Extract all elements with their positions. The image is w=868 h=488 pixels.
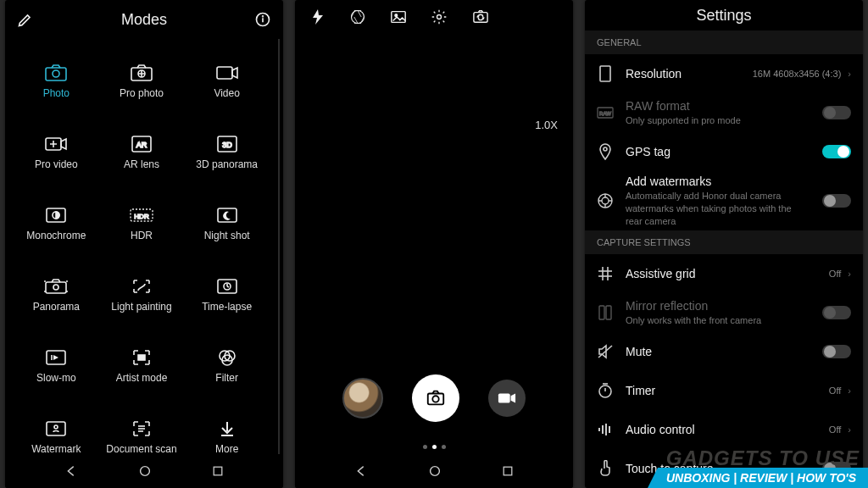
video-mode-button[interactable] <box>488 380 526 417</box>
mode-label: AR lens <box>124 158 159 170</box>
nav-recent-icon[interactable] <box>501 464 515 478</box>
watermark-title: GADGETS TO USE <box>648 449 868 468</box>
mode-time-lapse[interactable]: Time-lapse <box>184 259 270 330</box>
settings-title: Settings <box>597 7 851 25</box>
camera-viewfinder[interactable]: 1.0X <box>295 34 573 356</box>
mode-label: 3D panorama <box>196 158 258 170</box>
mode-label: Filter <box>215 372 238 384</box>
switch-camera-icon[interactable] <box>471 9 490 25</box>
edit-icon[interactable] <box>17 11 34 28</box>
nav-recent-icon[interactable] <box>211 464 225 478</box>
mode-artist-mode[interactable]: Artist mode <box>99 330 185 402</box>
resolution-icon <box>597 64 614 84</box>
watermark-toggle[interactable] <box>822 194 851 208</box>
svg-marker-48 <box>313 9 323 25</box>
svg-line-72 <box>598 346 612 358</box>
svg-rect-76 <box>598 428 600 431</box>
svg-marker-33 <box>53 355 58 360</box>
mode-3d-panorama[interactable]: 3D 3D panorama <box>184 117 270 188</box>
mode-monochrome[interactable]: Monochrome <box>14 188 99 259</box>
svg-point-65 <box>602 197 609 204</box>
zoom-level[interactable]: 1.0X <box>535 119 558 131</box>
grid-icon <box>597 266 614 281</box>
nav-home-icon[interactable] <box>427 463 442 479</box>
row-audio[interactable]: Audio control Off› <box>585 410 863 449</box>
mode-label: Pro photo <box>120 87 164 99</box>
mode-watermark[interactable]: Watermark <box>14 402 99 454</box>
svg-point-4 <box>53 70 59 77</box>
mode-label: Document scan <box>106 443 176 454</box>
svg-rect-59 <box>504 467 512 475</box>
svg-rect-47 <box>214 467 222 475</box>
row-resolution[interactable]: Resolution 16M 4608x3456 (4:3)› <box>585 54 863 93</box>
nav-back-icon[interactable] <box>353 463 369 479</box>
row-grid[interactable]: Assistive grid Off› <box>585 254 863 293</box>
svg-point-55 <box>432 396 438 402</box>
gps-toggle[interactable] <box>822 145 851 158</box>
chevron-right-icon: › <box>848 269 851 279</box>
info-icon[interactable] <box>254 11 271 28</box>
svg-point-52 <box>437 15 442 19</box>
mode-video[interactable]: Video <box>184 46 270 117</box>
row-timer[interactable]: Timer Off› <box>585 371 863 410</box>
page-indicator <box>295 439 573 454</box>
row-watermarks[interactable]: Add watermarksAutomatically add Honor du… <box>585 171 863 230</box>
mode-panorama[interactable]: Panorama <box>14 259 99 330</box>
mode-label: Pro video <box>35 158 78 170</box>
svg-point-49 <box>352 11 364 24</box>
grid-value: Off <box>829 269 841 279</box>
mute-toggle[interactable] <box>822 345 851 358</box>
nav-home-icon[interactable] <box>137 463 153 479</box>
mode-label: Light painting <box>111 301 171 313</box>
svg-rect-22 <box>46 282 66 293</box>
watermark-icon <box>597 192 614 209</box>
mute-icon <box>597 344 614 359</box>
mode-label: Artist mode <box>116 372 168 384</box>
svg-rect-79 <box>609 426 610 433</box>
mode-night-shot[interactable]: Night shot <box>184 188 270 259</box>
aperture-icon[interactable] <box>349 8 366 25</box>
svg-rect-56 <box>498 394 510 403</box>
audio-icon <box>597 423 614 436</box>
mode-label: Photo <box>43 87 70 99</box>
watermark-bar: UNBOXING | REVIEW | HOW TO'S <box>648 468 868 488</box>
mode-label: Monochrome <box>26 230 86 241</box>
svg-text:HDR: HDR <box>134 213 149 220</box>
mode-label: Night shot <box>204 230 250 241</box>
shutter-button[interactable] <box>412 374 459 422</box>
timer-icon <box>597 383 614 398</box>
photo-icon[interactable] <box>390 9 407 25</box>
mirror-toggle <box>822 306 851 319</box>
svg-point-40 <box>54 425 58 429</box>
mode-slow-mo[interactable]: Slow-mo <box>14 330 99 402</box>
gear-icon[interactable] <box>431 8 448 25</box>
mode-pro-photo[interactable]: Pro photo <box>99 46 185 117</box>
svg-rect-60 <box>600 66 610 81</box>
svg-point-46 <box>141 467 150 476</box>
svg-point-2 <box>263 16 264 17</box>
mode-photo[interactable]: Photo <box>14 46 99 117</box>
modes-title: Modes <box>34 11 254 29</box>
mode-label: HDR <box>131 230 153 241</box>
raw-toggle <box>822 106 851 119</box>
nav-back-icon[interactable] <box>64 463 79 479</box>
mode-filter[interactable]: Filter <box>184 330 270 402</box>
flash-icon[interactable] <box>310 8 326 25</box>
row-gps[interactable]: GPS tag <box>585 132 863 171</box>
modes-screen: Modes Photo Pro photo Video <box>5 0 283 488</box>
mode-hdr[interactable]: HDR HDR <box>99 188 185 259</box>
touch-icon <box>597 460 614 477</box>
svg-rect-70 <box>599 306 604 319</box>
gallery-thumbnail[interactable] <box>342 378 383 419</box>
row-mute[interactable]: Mute <box>585 332 863 371</box>
mode-document-scan[interactable]: Document scan <box>99 402 185 454</box>
mode-pro-video[interactable]: Pro video <box>14 117 99 188</box>
mode-more[interactable]: More <box>184 402 270 454</box>
mode-light-painting[interactable]: Light painting <box>99 259 185 330</box>
viewfinder-screen: 1.0X <box>295 0 573 488</box>
resolution-value: 16M 4608x3456 (4:3) <box>753 69 842 79</box>
audio-value: Off <box>829 424 841 435</box>
mode-ar-lens[interactable]: AR AR lens <box>99 117 185 188</box>
svg-marker-57 <box>511 394 516 403</box>
chevron-right-icon: › <box>848 385 851 396</box>
